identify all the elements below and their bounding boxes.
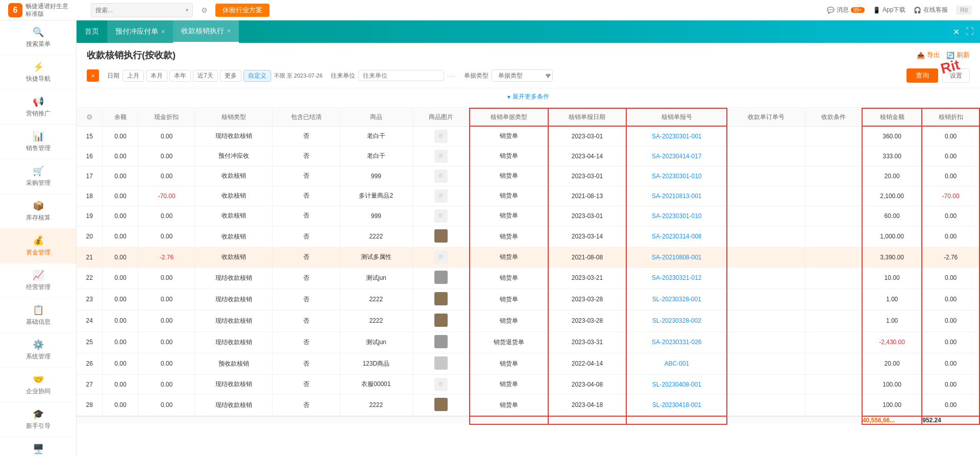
this-year-btn[interactable]: 本年: [169, 70, 191, 82]
td-bill-date: 2021-08-08: [548, 247, 627, 267]
td-condition: [805, 186, 862, 206]
export-btn[interactable]: 📤 导出: [917, 51, 940, 60]
td-bill-no[interactable]: SA-20210808-001: [626, 247, 727, 267]
td-bill-no[interactable]: SL-20230328-002: [626, 310, 727, 331]
sidebar-item-12[interactable]: 🖥️智能硬件: [0, 437, 76, 456]
last7-btn[interactable]: 近7天: [193, 70, 218, 82]
td-included: 否: [273, 331, 339, 353]
top-bar-middle: ▾ ⚙ 休验行业方案: [91, 3, 821, 17]
app-icon: 📱: [873, 7, 880, 14]
user-info[interactable]: Rit: [956, 6, 972, 15]
expand-more-btn[interactable]: ▾ 展开更多条件: [507, 92, 549, 101]
prepay-close-icon[interactable]: ×: [161, 28, 165, 35]
td-goods: 多计量商品2: [339, 186, 412, 206]
sidebar-item-1[interactable]: ⚡快捷导航: [0, 55, 76, 90]
counterpart-input[interactable]: [358, 70, 444, 81]
close-window-icon[interactable]: ✕: [953, 27, 960, 37]
td-goods: 999: [339, 206, 412, 226]
refresh-btn[interactable]: 🔄 刷新: [946, 51, 970, 60]
td-balance: 0.00: [103, 166, 138, 186]
filter-expand-btn[interactable]: »: [87, 69, 99, 82]
this-month-btn[interactable]: 本月: [146, 70, 167, 82]
date-filter-group: 日期 上月 本月 本年 近7天 更多 自定义 不限 至 2023-07-26: [107, 70, 323, 82]
page-title: 收款核销执行(按收款): [87, 49, 176, 61]
receipt-close-icon[interactable]: ×: [227, 28, 231, 35]
date-label: 日期: [107, 71, 119, 80]
sidebar-item-7[interactable]: 📈经营管理: [0, 263, 76, 298]
td-bill-no[interactable]: SA-20230301-010: [626, 166, 727, 186]
settings-icon[interactable]: ⚙: [197, 3, 211, 17]
top-search-input[interactable]: [95, 7, 184, 14]
bill-type-dropdown-icon: ▾: [546, 70, 550, 81]
td-goods-img: [412, 226, 470, 247]
td-bill-no[interactable]: SA-20230414-017: [626, 146, 727, 166]
logo-area: 6 畅捷通谱好生意 标准版: [8, 3, 85, 17]
td-no: 18: [77, 186, 103, 206]
table-footer-row: 40,556,66... 952.24: [77, 416, 979, 424]
td-condition: [805, 206, 862, 226]
td-goods: 测试jun: [339, 331, 412, 353]
tab-home[interactable]: 首页: [77, 20, 107, 43]
td-bill-type: 销货单: [470, 310, 548, 331]
td-discount: 0.00: [922, 394, 979, 416]
industry-btn[interactable]: 休验行业方案: [215, 4, 270, 17]
td-goods: 999: [339, 166, 412, 186]
sidebar-item-9[interactable]: ⚙️系统管理: [0, 333, 76, 368]
sidebar-item-11[interactable]: 🎓新手引导: [0, 402, 76, 437]
td-bill-type: 销货单: [470, 289, 548, 310]
td-included: 否: [273, 353, 339, 374]
tab-receipt[interactable]: 收款核销执行 ×: [173, 20, 239, 43]
td-no: 20: [77, 226, 103, 247]
sidebar-item-10[interactable]: 🤝企业协同: [0, 368, 76, 402]
td-discount: 0.00: [922, 353, 979, 374]
prev-month-btn[interactable]: 上月: [122, 70, 144, 82]
table-settings-btn[interactable]: 设置: [942, 68, 970, 83]
tab-prepay[interactable]: 预付冲应付单 ×: [107, 20, 173, 43]
td-bill-no[interactable]: SA-20230321-012: [626, 267, 727, 289]
td-no: 22: [77, 267, 103, 289]
table-row: 24 0.00 0.00 现结收款核销 否 2222 销货单 2023-03-2…: [77, 310, 979, 331]
top-bar-right: 💬 消息 99+ 📱 App下载 🎧 在线客服 Rit: [827, 6, 972, 15]
table-row: 27 0.00 0.00 现结收款核销 否 衣服00001 图 销货单 2023…: [77, 374, 979, 394]
sidebar-item-2[interactable]: 📢营销推广: [0, 90, 76, 125]
query-btn[interactable]: 查询: [906, 68, 938, 83]
td-bill-no[interactable]: SA-20230314-008: [626, 226, 727, 247]
td-balance: 0.00: [103, 331, 138, 353]
td-amount: 20.00: [862, 353, 922, 374]
bill-type-select[interactable]: 单据类型: [492, 69, 553, 82]
td-type: 现结收款核销: [195, 310, 273, 331]
sidebar-item-0[interactable]: 🔍搜索菜单: [0, 20, 76, 55]
sidebar-item-4[interactable]: 🛒采购管理: [0, 159, 76, 194]
th-settings[interactable]: ⚙: [77, 108, 103, 126]
td-type: 收款核销: [195, 206, 273, 226]
sidebar-item-5[interactable]: 📦库存核算: [0, 194, 76, 229]
td-bill-type: 销货退货单: [470, 331, 548, 353]
td-bill-no[interactable]: SA-20230331-026: [626, 331, 727, 353]
td-bill-no[interactable]: SA-20230301-001: [626, 126, 727, 146]
sidebar-item-6[interactable]: 💰资金管理: [0, 229, 76, 263]
maximize-icon[interactable]: ⛶: [966, 27, 974, 36]
td-balance: 0.00: [103, 289, 138, 310]
bill-type-label: 单据类型: [464, 71, 488, 80]
more-date-btn[interactable]: 更多: [220, 70, 241, 82]
app-download-btn[interactable]: 📱 App下载: [873, 6, 905, 14]
td-bill-no[interactable]: SL-20230408-001: [626, 374, 727, 394]
custom-date-btn[interactable]: 自定义: [243, 70, 271, 82]
online-service-btn[interactable]: 🎧 在线客服: [914, 6, 948, 14]
td-bill-type: 销货单: [470, 146, 548, 166]
date-range-text: 不限 至 2023-07-26: [274, 72, 323, 79]
sidebar-item-3[interactable]: 📊销售管理: [0, 125, 76, 159]
td-bill-no[interactable]: SL-20230418-001: [626, 394, 727, 416]
td-bill-no[interactable]: SA-20210813-001: [626, 186, 727, 206]
td-bill-no[interactable]: SL-20230328-001: [626, 289, 727, 310]
td-amount: 333.00: [862, 146, 922, 166]
message-btn[interactable]: 💬 消息 99+: [827, 6, 865, 14]
td-discount: 0.00: [922, 267, 979, 289]
td-cash-discount: 0.00: [138, 331, 195, 353]
td-bill-no[interactable]: ABC-001: [626, 353, 727, 374]
sidebar-item-8[interactable]: 📋基础信息: [0, 298, 76, 333]
td-bill-no[interactable]: SA-20230301-010: [626, 206, 727, 226]
td-balance: 0.00: [103, 267, 138, 289]
td-cash-discount: 0.00: [138, 374, 195, 394]
top-search-bar[interactable]: ▾: [91, 3, 193, 17]
